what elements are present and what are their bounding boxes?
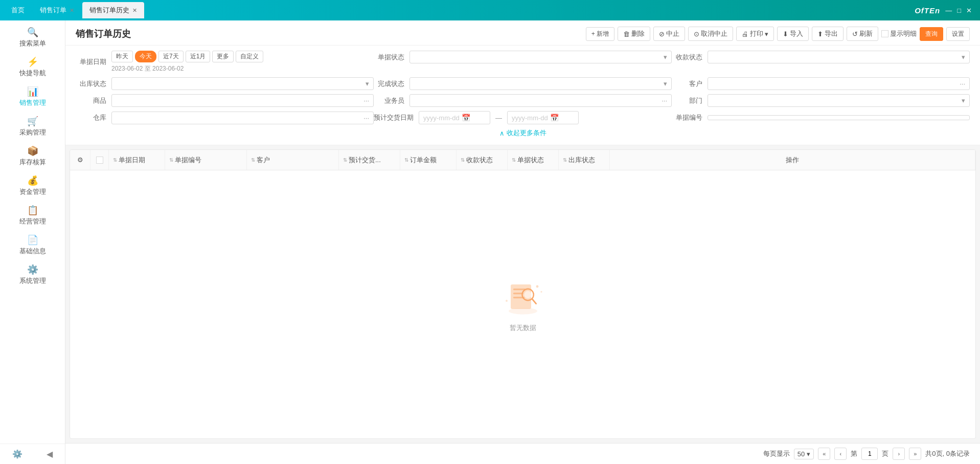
th-amount[interactable]: ⇅ 订单金额 <box>400 150 457 170</box>
import-icon: ⬇ <box>783 30 788 38</box>
delivery-date-from[interactable]: yyyy-mm-dd 📅 <box>419 111 490 124</box>
th-settings[interactable]: ⚙ <box>70 150 90 170</box>
th-order-status[interactable]: ⇅ 单据状态 <box>508 150 559 170</box>
settings-button[interactable]: 设置 <box>946 27 970 41</box>
select-all-checkbox[interactable] <box>96 157 103 164</box>
sidebar-item-purchase[interactable]: 🛒 采购管理 <box>0 112 65 141</box>
sidebar-item-sales[interactable]: 📊 销售管理 <box>0 82 65 112</box>
sidebar-item-basic-label: 基础信息 <box>19 247 46 256</box>
first-page-button[interactable]: « <box>818 448 830 460</box>
order-no-filter-cell: 单据编号 <box>672 113 970 122</box>
department-select[interactable]: ▾ <box>708 94 970 107</box>
sidebar-item-system[interactable]: ⚙️ 系统管理 <box>0 260 65 290</box>
svg-point-8 <box>536 285 538 288</box>
new-button[interactable]: + 新增 <box>586 27 614 41</box>
sidebar-item-sales-label: 销售管理 <box>19 98 46 107</box>
date-7days[interactable]: 近7天 <box>158 51 184 62</box>
tab-sales-order-close[interactable]: ✕ <box>70 7 74 14</box>
display-detail-toggle[interactable]: 显示明细 <box>881 29 917 38</box>
th-date[interactable]: ⇅ 单据日期 <box>109 150 165 170</box>
tab-sales-order-history[interactable]: 销售订单历史 ✕ <box>82 2 144 18</box>
salesperson-input[interactable]: ··· <box>409 94 672 107</box>
stop-button[interactable]: ⊘ 中止 <box>653 27 685 41</box>
cancel-stop-button[interactable]: ⊙ 取消中止 <box>688 27 733 41</box>
salesperson-dots: ··· <box>662 97 667 104</box>
order-no-input[interactable] <box>708 115 970 120</box>
product-input[interactable]: ··· <box>111 94 374 107</box>
tab-sales-order-history-close[interactable]: ✕ <box>132 7 137 14</box>
sidebar-item-search-menu[interactable]: 🔍 搜索菜单 <box>0 23 65 52</box>
th-stock-status[interactable]: ⇅ 出库状态 <box>559 150 610 170</box>
sidebar-item-finance[interactable]: 💰 资金管理 <box>0 171 65 201</box>
last-page-button[interactable]: » <box>909 448 921 460</box>
prev-page-button[interactable]: ‹ <box>834 448 847 460</box>
sidebar-bottom: ⚙️ ◀ <box>0 444 65 464</box>
sidebar-item-basic[interactable]: 📄 基础信息 <box>0 230 65 260</box>
window-close[interactable]: ✕ <box>966 7 972 14</box>
tab-sales-order-label: 销售订单 <box>40 6 66 15</box>
sort-up-icon: ⇅ <box>113 157 117 163</box>
page-size-value: 50 <box>797 450 805 458</box>
delivery-date-to[interactable]: yyyy-mm-dd 📅 <box>507 111 579 124</box>
import-button[interactable]: ⬇ 导入 <box>777 27 809 41</box>
date-more[interactable]: 更多 <box>212 51 234 62</box>
calendar-from-icon: 📅 <box>462 114 470 122</box>
export-button[interactable]: ⬆ 导出 <box>812 27 844 41</box>
date-custom[interactable]: 自定义 <box>236 51 263 62</box>
stock-out-select[interactable]: ▾ <box>111 77 374 90</box>
page-number-input[interactable] <box>861 448 878 460</box>
window-minimize[interactable]: — <box>945 7 952 14</box>
th-order-no[interactable]: ⇅ 单据编号 <box>165 150 247 170</box>
svg-line-7 <box>532 299 536 304</box>
refresh-button[interactable]: ↺ 刷新 <box>847 27 878 41</box>
print-button[interactable]: 🖨 打印 ▾ <box>736 27 774 41</box>
display-detail-checkbox[interactable] <box>881 30 888 37</box>
print-dropdown-icon: ▾ <box>765 30 768 38</box>
collapse-row[interactable]: ∧ 收起更多条件 <box>76 126 970 140</box>
warehouse-input[interactable]: ··· <box>111 112 374 124</box>
query-button[interactable]: 查询 <box>920 27 943 41</box>
th-payment-status[interactable]: ⇅ 收款状态 <box>457 150 508 170</box>
window-maximize[interactable]: □ <box>957 7 961 14</box>
salesperson-filter-cell: 业务员 ··· <box>374 94 672 107</box>
date-today[interactable]: 今天 <box>135 51 156 62</box>
main-layout: 🔍 搜索菜单 ⚡ 快捷导航 📊 销售管理 🛒 采购管理 📦 库存核算 💰 资金管… <box>0 20 980 464</box>
date-filter-cell: 单据日期 昨天 今天 近7天 近1月 更多 自定义 2023-06-02 至 2… <box>76 51 374 73</box>
payment-status-select[interactable]: ▾ <box>708 51 970 63</box>
operations-icon: 📋 <box>27 206 38 215</box>
tab-home[interactable]: 首页 <box>4 2 32 18</box>
th-delivery[interactable]: ⇅ 预计交货... <box>339 150 400 170</box>
th-checkbox[interactable] <box>90 150 109 170</box>
payment-status-filter-cell: 收款状态 ▾ <box>672 51 970 63</box>
customer-input[interactable]: ··· <box>708 77 970 90</box>
sidebar: 🔍 搜索菜单 ⚡ 快捷导航 📊 销售管理 🛒 采购管理 📦 库存核算 💰 资金管… <box>0 20 65 464</box>
order-status-dropdown-icon: ▾ <box>664 53 667 61</box>
order-no-label: 单据编号 <box>672 113 708 122</box>
delivery-date-label: 预计交货日期 <box>374 113 419 122</box>
order-status-select[interactable]: ▾ <box>409 51 672 63</box>
sidebar-item-quick-nav[interactable]: ⚡ 快捷导航 <box>0 52 65 82</box>
tab-sales-order[interactable]: 销售订单 ✕ <box>33 2 81 18</box>
settings-icon: ⚙ <box>77 156 83 164</box>
date-yesterday[interactable]: 昨天 <box>111 51 133 62</box>
sidebar-item-inventory-label: 库存核算 <box>19 158 46 167</box>
sidebar-item-operations[interactable]: 📋 经营管理 <box>0 201 65 230</box>
product-filter-cell: 商品 ··· <box>76 94 374 107</box>
date-1month[interactable]: 近1月 <box>186 51 211 62</box>
sidebar-settings-icon[interactable]: ⚙️ <box>12 449 22 459</box>
date-control: 昨天 今天 近7天 近1月 更多 自定义 2023-06-02 至 2023-0… <box>111 51 374 73</box>
next-page-button[interactable]: › <box>893 448 905 460</box>
order-status-filter-cell: 单据状态 ▾ <box>374 51 672 63</box>
delete-button[interactable]: 🗑 删除 <box>618 27 650 41</box>
pagination: 每页显示 50 ▾ « ‹ 第 页 › » 共0页, 0条记录 <box>65 443 980 464</box>
complete-select[interactable]: ▾ <box>409 77 672 90</box>
page-size-select[interactable]: 50 ▾ <box>794 449 814 459</box>
th-action: 操作 <box>610 150 975 170</box>
sidebar-item-inventory[interactable]: 📦 库存核算 <box>0 141 65 171</box>
th-customer[interactable]: ⇅ 客户 <box>247 150 339 170</box>
page-suffix: 页 <box>882 449 888 458</box>
sidebar-item-purchase-label: 采购管理 <box>19 128 46 137</box>
sidebar-collapse-icon[interactable]: ◀ <box>47 449 53 459</box>
date-range-text: 2023-06-02 至 2023-06-02 <box>111 64 184 73</box>
warehouse-filter-cell: 仓库 ··· <box>76 112 374 124</box>
